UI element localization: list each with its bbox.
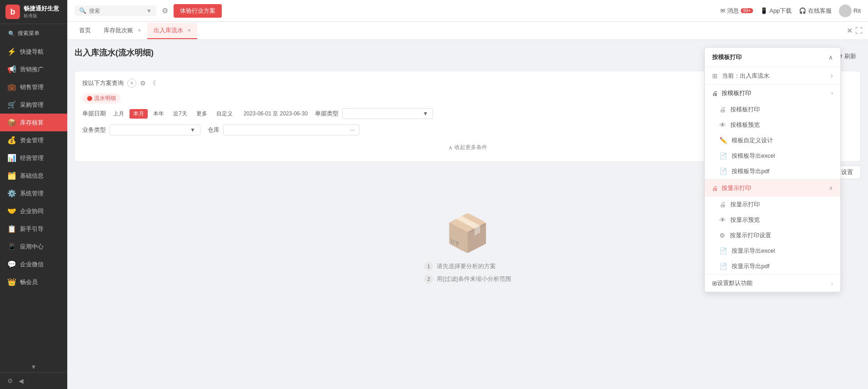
print-dropdown-collapse-icon[interactable]: ∧ xyxy=(828,54,833,61)
sidebar-item-collab[interactable]: 🤝 企业协同 xyxy=(0,202,67,220)
topbar-search-input[interactable] xyxy=(89,8,144,14)
logo-text: 畅捷通好生意 标准版 xyxy=(24,5,59,19)
sales-icon: 💼 xyxy=(7,83,16,91)
display-settings-item[interactable]: ⚙ 按显示打印设置 xyxy=(705,228,840,243)
display-print-icon: 🖨 xyxy=(719,201,726,208)
sidebar-item-quicknav[interactable]: ⚡ 快捷导航 xyxy=(0,43,67,60)
tab-flow[interactable]: 出入库流水 × xyxy=(147,23,197,39)
tab-batch-close[interactable]: × xyxy=(138,27,141,34)
message-button[interactable]: ✉ 消息 99+ xyxy=(720,7,753,15)
filter-add-button[interactable]: + xyxy=(127,79,136,88)
filter-tag-flow[interactable]: 🔴 流水明细 xyxy=(82,93,120,104)
display-preview-item[interactable]: 👁 按显示预览 xyxy=(705,212,840,228)
print-dropdown-panel: 按模板打印 ∧ ⊞ 当前：出入库流水 › 🖨 按模板打印 › xyxy=(704,47,841,292)
operations-icon: 📊 xyxy=(7,154,16,162)
template-preview-icon: 👁 xyxy=(719,121,726,129)
window-close-button[interactable]: ✕ xyxy=(847,26,853,35)
display-section-header[interactable]: 🖨 按显示打印 ∧ xyxy=(705,180,840,197)
finance-icon: 💰 xyxy=(7,136,16,145)
date-tab-this-month[interactable]: 本月 xyxy=(130,109,148,119)
template-custom-icon: ✏️ xyxy=(719,137,727,144)
topbar-search-dropdown-icon[interactable]: ▼ xyxy=(146,8,152,14)
avatar-image xyxy=(839,5,852,17)
trial-industry-button[interactable]: 体验行业方案 xyxy=(174,4,222,18)
empty-steps-list: 1 请先选择要分析的方案 2 用[过滤]条件来缩小分析范围 xyxy=(424,262,511,287)
online-service-button[interactable]: 🎧 在线客服 xyxy=(799,7,832,15)
user-avatar[interactable]: Rit xyxy=(839,5,861,17)
date-tab-custom[interactable]: 自定义 xyxy=(213,109,236,119)
sidebar-item-finance[interactable]: 💰 资金管理 xyxy=(0,131,67,149)
sidebar-item-appcenter[interactable]: 📱 应用中心 xyxy=(0,238,67,255)
date-tab-7days[interactable]: 近7天 xyxy=(170,109,191,119)
print-footer-settings[interactable]: ⊞ 设置默认功能 › xyxy=(705,274,840,292)
display-preview-icon: 👁 xyxy=(719,216,726,224)
template-section-arrow: › xyxy=(831,90,833,96)
sidebar-collapse-button[interactable]: ◀ xyxy=(19,377,24,384)
sidebar-search-area[interactable]: 🔍 搜索菜单 xyxy=(0,24,67,43)
template-print-item[interactable]: 🖨 按模板打印 xyxy=(705,102,840,117)
date-tab-last-month[interactable]: 上月 xyxy=(110,109,128,119)
date-tab-this-year[interactable]: 本年 xyxy=(150,109,168,119)
template-pdf-item[interactable]: 📄 按模板导出pdf xyxy=(705,164,840,179)
sidebar-item-purchase[interactable]: 🛒 采购管理 xyxy=(0,96,67,114)
current-template-item[interactable]: ⊞ 当前：出入库流水 › xyxy=(705,67,840,85)
tab-home[interactable]: 首页 xyxy=(73,23,97,39)
document-type-select[interactable]: ▼ xyxy=(342,108,433,119)
template-print-icon: 🖨 xyxy=(719,106,726,113)
filter-settings-button[interactable]: ⚙ xyxy=(140,80,146,87)
appcenter-icon: 📱 xyxy=(7,242,16,251)
business-type-select[interactable]: ▼ xyxy=(110,125,200,135)
date-tab-more[interactable]: 更多 xyxy=(193,109,211,119)
sidebar-item-member[interactable]: 👑 畅会员 xyxy=(0,273,67,291)
footer-arrow-icon: › xyxy=(831,280,833,287)
display-excel-item[interactable]: 📄 按显示导出excel xyxy=(705,243,840,259)
display-settings-icon: ⚙ xyxy=(719,232,725,239)
message-icon: ✉ xyxy=(720,7,725,14)
tab-flow-close[interactable]: × xyxy=(188,27,191,34)
display-print-item[interactable]: 🖨 按显示打印 xyxy=(705,197,840,212)
current-template-icon: ⊞ xyxy=(712,72,718,80)
template-section-header[interactable]: 🖨 按模板打印 › xyxy=(705,85,840,102)
template-preview-item[interactable]: 👁 按模板预览 xyxy=(705,117,840,133)
sidebar: b 畅捷通好生意 标准版 🔍 搜索菜单 ⚡ 快捷导航 📢 营销推广 💼 销售管理… xyxy=(0,0,67,389)
template-excel-item[interactable]: 📄 按模板导出excel xyxy=(705,148,840,164)
member-icon: 👑 xyxy=(7,278,16,286)
page-title: 出入库流水(流水明细) xyxy=(75,47,154,58)
filter-date-field: 单据日期 上月 本月 本年 近7天 更多 自定义 2023-06-01 至 20… xyxy=(82,109,308,119)
topbar-gear-icon[interactable]: ⚙ xyxy=(162,6,168,15)
search-menu-button[interactable]: 🔍 搜索菜单 xyxy=(5,28,62,39)
app-download-button[interactable]: 📱 App下载 xyxy=(760,7,792,15)
sidebar-item-inventory[interactable]: 📦 库存核算 xyxy=(0,114,67,131)
date-range-display: 2023-06-01 至 2023-06-30 xyxy=(244,110,308,118)
window-buttons: ✕ ⛶ xyxy=(847,26,863,35)
chevron-up-icon: ∧ xyxy=(449,145,453,151)
tab-batch[interactable]: 库存批次账 × xyxy=(97,23,147,39)
template-pdf-icon: 📄 xyxy=(719,168,727,175)
current-template-arrow: › xyxy=(830,71,833,80)
page-content: 出入库流水(流水明细) 🖨 按模板打印 ∧ ↑ 导出 ↺ 刷新 xyxy=(67,40,868,389)
sidebar-item-wechat[interactable]: 💬 企业微信 xyxy=(0,255,67,273)
purchase-icon: 🛒 xyxy=(7,100,16,109)
sidebar-item-system[interactable]: ⚙️ 系统管理 xyxy=(0,185,67,202)
warehouse-select[interactable]: ··· xyxy=(223,125,359,135)
sidebar-item-basic[interactable]: 🗂️ 基础信息 xyxy=(0,167,67,185)
display-section-icon: 🖨 xyxy=(712,185,718,192)
topbar-search[interactable]: 🔍 ▼ xyxy=(75,5,156,16)
basic-icon: 🗂️ xyxy=(7,171,16,180)
sidebar-item-sales[interactable]: 💼 销售管理 xyxy=(0,78,67,96)
sidebar-item-guide[interactable]: 📋 新手引导 xyxy=(0,220,67,238)
marketing-icon: 📢 xyxy=(7,65,16,74)
filter-collapse-button[interactable]: 《 xyxy=(150,79,156,87)
wechat-icon: 💬 xyxy=(7,260,16,269)
display-pdf-item[interactable]: 📄 按显示导出pdf xyxy=(705,259,840,274)
window-maximize-button[interactable]: ⛶ xyxy=(855,27,863,35)
filter-tag-icon: 🔴 xyxy=(87,96,92,101)
filter-business-type-field: 业务类型 ▼ xyxy=(82,125,200,135)
sidebar-scroll-down[interactable]: ▼ xyxy=(0,362,67,372)
sidebar-settings-button[interactable]: ⚙ xyxy=(7,377,13,384)
sidebar-item-operations[interactable]: 📊 经营管理 xyxy=(0,149,67,167)
template-custom-item[interactable]: ✏️ 模板自定义设计 xyxy=(705,133,840,148)
topbar: 🔍 ▼ ⚙ 体验行业方案 ✉ 消息 99+ 📱 App下载 🎧 在线客服 Ri xyxy=(67,0,868,22)
empty-state-icon: 📦 xyxy=(445,212,490,254)
sidebar-item-marketing[interactable]: 📢 营销推广 xyxy=(0,60,67,78)
